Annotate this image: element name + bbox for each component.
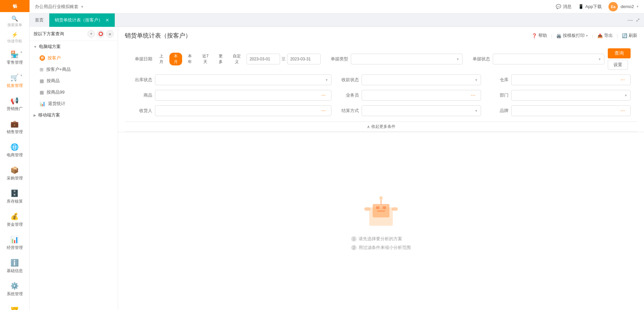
scheme-group-mobile-header[interactable]: ▶ 移动端方案 <box>30 109 118 121</box>
date-quick-this-year[interactable]: 本年 <box>183 53 197 65</box>
date-quick-this-month[interactable]: 本月 <box>169 53 182 65</box>
svg-rect-6 <box>377 210 385 212</box>
brand-dots-icon[interactable]: ··· <box>619 108 627 114</box>
scheme-item-table2-icon: ▦ <box>40 90 44 95</box>
date-to-input[interactable] <box>287 54 321 64</box>
sidebar-item-operations[interactable]: 📊 经营管理 <box>5 231 24 254</box>
scheme-item-by-product[interactable]: ▦ 按商品 <box>30 75 118 87</box>
sidebar-item-search[interactable]: 🔍 搜索菜单 <box>6 12 23 30</box>
brand-select[interactable]: ··· <box>511 105 631 116</box>
date-quick-more[interactable]: 更多 <box>214 53 227 65</box>
settings-button[interactable]: 设置 <box>608 60 628 70</box>
sidebar-item-quicknav[interactable]: ⚡ 快捷导航 <box>6 30 23 46</box>
goods-dots-icon[interactable]: ··· <box>319 92 328 98</box>
export-action[interactable]: 📤 导出 <box>597 33 613 39</box>
logo[interactable]: 畅 <box>0 0 30 12</box>
scheme-group-desktop-header[interactable]: ▼ 电脑端方案 <box>30 41 118 52</box>
print-dropdown-icon: ▾ <box>586 34 588 38</box>
date-quick-last-month[interactable]: 上月 <box>155 53 168 65</box>
sidebar-item-inventory[interactable]: 🗄️ 库存核算 <box>5 185 24 208</box>
sidebar-item-retail[interactable]: 🏪 零售管理 <box>5 46 24 69</box>
tab-sales-stat[interactable]: 销货单统计表（按客户） ✕ <box>49 13 115 27</box>
receipt-select[interactable]: ▾ <box>362 74 481 85</box>
filter-recipient-field: 收货人 ··· <box>131 105 331 116</box>
stock-out-dropdown-icon: ▾ <box>326 78 328 82</box>
message-action[interactable]: 💬 消息 <box>556 4 572 10</box>
date-quick-custom[interactable]: 自定义 <box>228 53 245 65</box>
sidebar-item-finance[interactable]: 💰 资金管理 <box>5 208 24 231</box>
tab-actions: — ⤢ <box>628 17 644 23</box>
refresh-action[interactable]: 🔄 刷新 <box>622 33 637 39</box>
order-status-dropdown-icon: ▾ <box>599 57 601 61</box>
filter-receipt-field: 收款状态 ▾ <box>338 74 481 85</box>
scheme-edit-btn[interactable]: ⭕ <box>97 30 104 38</box>
recipient-select[interactable]: ··· <box>155 105 331 116</box>
tab-home[interactable]: 首页 <box>30 13 49 27</box>
sidebar-item-marketing[interactable]: 📢 营销推广 <box>5 92 24 115</box>
salesman-dots-icon[interactable]: ··· <box>469 92 477 98</box>
filter-row-1: 单据日期 上月 本月 本年 近7天 更多 自定义 至 <box>131 48 631 70</box>
sidebar-item-basics[interactable]: ℹ️ 基础信息 <box>5 254 24 277</box>
sidebar-item-ecommerce[interactable]: 🌐 电商管理 <box>5 138 24 161</box>
scheme-item-by-customer[interactable]: 按 按客户 <box>30 52 118 64</box>
receipt-dropdown-icon: ▾ <box>475 78 477 82</box>
topbar-dropdown-icon[interactable]: ▾ <box>81 4 83 9</box>
order-status-select[interactable]: ▾ <box>493 54 604 64</box>
date-quick-last7[interactable]: 近7天 <box>198 53 213 65</box>
app-download-action[interactable]: 📱 App下载 <box>578 4 602 10</box>
scheme-group-arrow: ▼ <box>34 45 37 49</box>
salesman-label: 业务员 <box>338 92 362 98</box>
filter-row-2: 出库状态 ▾ 收款状态 ▾ <box>131 74 631 85</box>
scheme-item-table-icon: ▦ <box>40 78 44 84</box>
empty-state-illustration <box>361 189 401 229</box>
collapse-bar[interactable]: ∧ 收起更多条件 <box>125 122 637 132</box>
recipient-dots-icon[interactable]: ··· <box>319 108 328 114</box>
scheme-item-by-customer-icon: 按 <box>40 55 45 61</box>
help-action[interactable]: ❓ 帮助 <box>532 33 547 39</box>
query-button[interactable]: 查询 <box>608 48 631 58</box>
filter-order-status-field: 单据状态 ▾ <box>469 54 604 64</box>
scheme-item-return-stat[interactable]: 📊 退货统计 <box>30 98 118 109</box>
content-area: 按以下方案查询 + ⭕ « ▼ 电脑端方案 按 按客户 ⊞ <box>30 27 644 310</box>
print-action[interactable]: 🖨️ 按模板打印 ▾ <box>556 33 588 39</box>
page-header: 销货单统计表（按客户） ❓ 帮助 | 🖨️ 按模板打印 ▾ | <box>118 27 644 132</box>
sidebar-item-wholesale[interactable]: 🛒 批发管理 <box>5 69 24 92</box>
avatar: Ea <box>608 2 618 11</box>
warehouse-dots-icon[interactable]: ··· <box>619 77 627 83</box>
maximize-icon[interactable]: ⤢ <box>636 17 640 23</box>
filter-settlement-field: 结算方式 ▾ <box>338 105 481 116</box>
goods-select[interactable]: ··· <box>155 90 331 101</box>
sidebar-item-system[interactable]: ⚙️ 系统管理 <box>5 277 24 300</box>
warehouse-select[interactable]: ··· <box>511 74 631 85</box>
date-from-input[interactable] <box>247 54 280 64</box>
filter-goods-field: 商品 ··· <box>131 90 331 101</box>
scheme-item-by-customer-product[interactable]: ⊞ 按客户+商品 <box>30 64 118 75</box>
order-type-select[interactable]: ▾ <box>351 54 463 64</box>
sidebar-item-sales[interactable]: 💼 销售管理 <box>5 115 24 138</box>
print-icon: 🖨️ <box>556 33 561 38</box>
user-menu[interactable]: Ea demo2 ▾ <box>608 2 639 11</box>
export-icon: 📤 <box>597 33 603 38</box>
right-content: 销货单统计表（按客户） ❓ 帮助 | 🖨️ 按模板打印 ▾ | <box>118 27 644 310</box>
tab-close-icon[interactable]: ✕ <box>105 17 109 23</box>
minimize-icon[interactable]: — <box>628 17 633 23</box>
scheme-add-btn[interactable]: + <box>88 30 95 38</box>
collapse-bar-text: ∧ 收起更多条件 <box>367 124 395 130</box>
stock-out-select[interactable]: ▾ <box>155 74 331 85</box>
scheme-item-grid-icon: ⊞ <box>40 67 44 72</box>
tip-1: 1 请先选择要分析的方案 <box>351 236 411 242</box>
sidebar-item-enterprise[interactable]: 🤝 企业协同 <box>5 300 24 310</box>
settlement-select[interactable]: ▾ <box>362 105 481 116</box>
goods-label: 商品 <box>131 92 155 98</box>
scheme-collapse-btn[interactable]: « <box>106 30 114 38</box>
empty-state-tips: 1 请先选择要分析的方案 2 用过滤条件来缩小分析范围 <box>351 236 411 253</box>
scheme-group-mobile-arrow: ▶ <box>34 113 36 117</box>
scheme-item-by-product99[interactable]: ▦ 按商品99 <box>30 87 118 98</box>
dept-select[interactable]: ▾ <box>511 90 631 101</box>
filter-row-4: 收货人 ··· 结算方式 ▾ <box>131 105 631 116</box>
svg-rect-4 <box>376 206 379 209</box>
filter-brand-field: 品牌 ··· <box>488 105 631 116</box>
salesman-select[interactable]: ··· <box>362 90 481 101</box>
sidebar-item-purchase[interactable]: 📦 采购管理 <box>5 161 24 185</box>
scheme-panel-actions: + ⭕ « <box>88 30 114 38</box>
